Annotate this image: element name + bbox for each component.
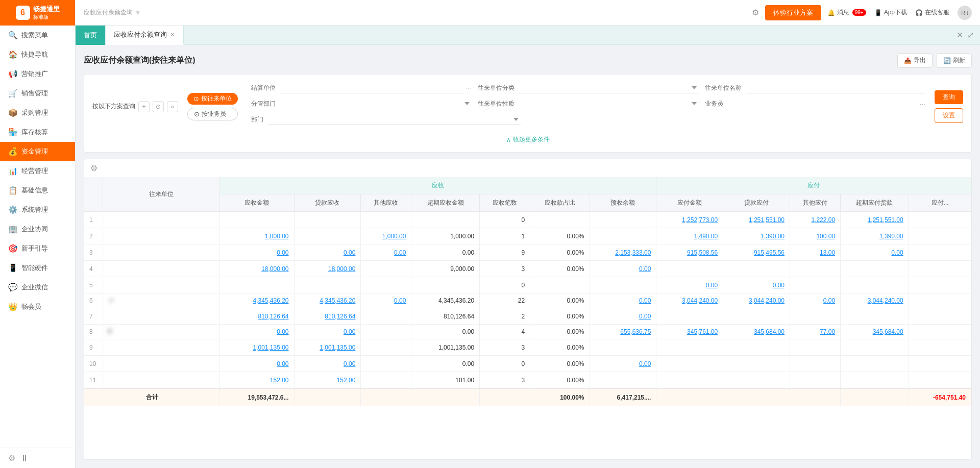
filter-area: 按以下方案查询 ＋ ⊙ « ⊙ 按往来单位 ⊙ 按业务员 xyxy=(84,74,972,153)
export-button[interactable]: 📤 导出 xyxy=(897,53,933,68)
member-icon: 👑 xyxy=(8,302,17,311)
add-scheme-button[interactable]: ＋ xyxy=(138,101,150,112)
filter-scheme-label: 按以下方案查询 xyxy=(92,102,135,111)
notifications-item[interactable]: 🔔 消息 99+ xyxy=(827,8,866,17)
data-table: 往来单位 应收 应付 应收金额 贷款应收 其他应收 超期应收金额 应收笔数 应收… xyxy=(84,177,971,406)
filter-scheme-other[interactable]: ⊙ 按业务员 xyxy=(187,108,238,120)
table-row: 4 18,000.00 18,000.00 9,000.00 3 0.00% 0… xyxy=(84,261,971,277)
filter-item-partner-name: 往来单位名称 xyxy=(705,83,925,93)
tab-ar-query[interactable]: 应收应付余额查询 ✕ xyxy=(106,26,184,45)
sidebar-item-enterprise[interactable]: 🏢 企业协同 xyxy=(0,219,75,239)
sidebar-item-system[interactable]: ⚙️ 系统管理 xyxy=(0,200,75,219)
settings-button[interactable]: 设置 xyxy=(935,108,963,123)
filter-dept-label: 分管部门 xyxy=(251,100,276,108)
logo-icon: 6 xyxy=(16,6,30,20)
sidebar-item-marketing[interactable]: 📢 营销推广 xyxy=(0,64,75,84)
header-right: 🔔 消息 99+ 📱 App下载 🎧 在线客服 Rit xyxy=(827,6,972,20)
table-row: 8 P 0.00 0.00 0.00 4 0.00% 655,636.75 34… xyxy=(84,325,971,339)
row-num: 5 xyxy=(84,277,103,293)
headset-icon: 🎧 xyxy=(915,9,923,16)
promo-button[interactable]: 体验行业方案 xyxy=(765,5,821,20)
page-title: 应收应付余额查询(按往来单位) xyxy=(84,55,195,66)
table-row: 2 1,000.00 1,000.00 1,000.00 1 0.00% 1,4… xyxy=(84,228,971,244)
row-num: 4 xyxy=(84,261,103,277)
table-settings-icon[interactable]: ⚙ xyxy=(90,163,97,173)
sidebar-item-wechat[interactable]: 💬 企业微信 xyxy=(0,278,75,297)
refresh-button[interactable]: 🔄 刷新 xyxy=(937,53,972,68)
gear-icon[interactable]: ⚙ xyxy=(752,8,759,17)
footer-settings-icon[interactable]: ⚙ xyxy=(8,453,15,463)
online-service-item[interactable]: 🎧 在线客服 xyxy=(915,8,949,17)
tab-maximize-icon[interactable]: ⤢ xyxy=(967,30,974,40)
filter-partner-type-label: 往来单位分类 xyxy=(478,84,514,92)
scheme-back-button[interactable]: « xyxy=(167,101,178,112)
partner-cell xyxy=(103,372,220,389)
footer-collapse-icon[interactable]: ⏸ xyxy=(20,454,29,463)
sidebar-logo: 6 畅捷通里 标准版 xyxy=(0,0,75,26)
refresh-icon: 🔄 xyxy=(943,57,951,64)
search-icon: 🔍 xyxy=(8,31,17,40)
filter-settlement-input[interactable] xyxy=(280,83,464,93)
footer-label: 合计 xyxy=(84,388,220,406)
bell-icon: 🔔 xyxy=(827,9,835,16)
partner-cell: ↗ xyxy=(103,293,220,308)
th-ap-loan: 贷款应付 xyxy=(723,194,790,212)
breadcrumb-arrow: ▼ xyxy=(135,9,141,16)
filter-nature-select[interactable] xyxy=(519,98,698,109)
logo-name: 畅捷通里 xyxy=(33,5,60,14)
row-num: 1 xyxy=(84,212,103,228)
collapse-button[interactable]: ∧ 收起更多条件 xyxy=(92,135,963,144)
filter-partner-type-select[interactable] xyxy=(519,83,698,93)
th-ar-overdue: 超期应收金额 xyxy=(411,194,480,212)
filter-settlement-dots[interactable]: ··· xyxy=(466,84,472,92)
table-row: 10 0.00 0.00 0.00 0 0.00% 0.00 xyxy=(84,356,971,372)
export-icon: 📤 xyxy=(904,57,912,64)
page-header: 应收应付余额查询(按往来单位) 📤 导出 🔄 刷新 xyxy=(84,53,972,68)
sidebar-item-hardware[interactable]: 📱 智能硬件 xyxy=(0,258,75,278)
home-icon: 🏠 xyxy=(8,50,17,59)
filter-partner-name-input[interactable] xyxy=(746,83,925,93)
partner-cell: P xyxy=(103,325,220,339)
tab-close-icon[interactable]: ✕ xyxy=(170,31,175,38)
download-icon: 📱 xyxy=(874,9,882,16)
sidebar-item-member[interactable]: 👑 畅会员 xyxy=(0,297,75,316)
th-partner: 往来单位 xyxy=(103,177,220,212)
filter-item-department: 部门 xyxy=(251,114,521,125)
sidebar-item-quicknav[interactable]: 🏠 快捷导航 xyxy=(0,45,75,64)
footer-ar-total: 19,553,472.6... xyxy=(220,388,294,406)
filter-salesperson-dots[interactable]: ··· xyxy=(919,100,925,108)
system-icon: ⚙️ xyxy=(8,205,17,214)
sidebar-item-sales[interactable]: 🛒 销售管理 xyxy=(0,84,75,103)
query-button[interactable]: 查询 xyxy=(935,90,963,104)
sidebar-item-basic[interactable]: 📋 基础信息 xyxy=(0,181,75,200)
sidebar-item-search[interactable]: 🔍 搜索菜单 xyxy=(0,26,75,45)
avatar[interactable]: Rit xyxy=(958,6,972,20)
header: 应收应付余额查询 ▼ ⚙ 体验行业方案 🔔 消息 99+ 📱 App下载 🎧 在… xyxy=(76,0,980,26)
th-ar-amount: 应收金额 xyxy=(220,194,294,212)
filter-dept-select[interactable] xyxy=(280,98,472,109)
sidebar-item-inventory[interactable]: 🏪 库存核算 xyxy=(0,122,75,142)
filter-row-3: 部门 xyxy=(251,114,925,125)
filter-item-salesperson: 业务员 ··· xyxy=(705,98,925,109)
tab-home[interactable]: 首页 xyxy=(76,26,106,45)
sidebar-item-purchase[interactable]: 📦 采购管理 xyxy=(0,103,75,122)
sidebar-item-finance[interactable]: 💰 资金管理 xyxy=(0,142,75,161)
sidebar-item-guide[interactable]: 🎯 新手引导 xyxy=(0,239,75,258)
sidebar-item-operation[interactable]: 📊 经营管理 xyxy=(0,161,75,181)
filter-row-1: 结算单位 ··· 往来单位分类 往来单位名称 xyxy=(251,83,925,93)
enterprise-icon: 🏢 xyxy=(8,225,17,234)
row-num: 2 xyxy=(84,228,103,244)
filter-scheme-active[interactable]: ⊙ 按往来单位 xyxy=(187,93,238,105)
filter-department-select[interactable] xyxy=(267,114,521,125)
app-download-item[interactable]: 📱 App下载 xyxy=(874,8,907,17)
sidebar-footer: ⚙ ⏸ xyxy=(0,448,75,468)
table-row: 7 810,126.64 810,126.64 810,126.64 2 0.0… xyxy=(84,308,971,325)
filter-salesperson-input[interactable] xyxy=(727,98,918,109)
partner-cell xyxy=(103,308,220,325)
wechat-icon: 💬 xyxy=(8,283,17,292)
scheme-settings-button[interactable]: ⊙ xyxy=(153,101,164,112)
basic-icon: 📋 xyxy=(8,186,17,195)
tab-close-window-icon[interactable]: ✕ xyxy=(957,30,963,40)
th-ar-loan: 贷款应收 xyxy=(294,194,361,212)
partner-cell xyxy=(103,228,220,244)
